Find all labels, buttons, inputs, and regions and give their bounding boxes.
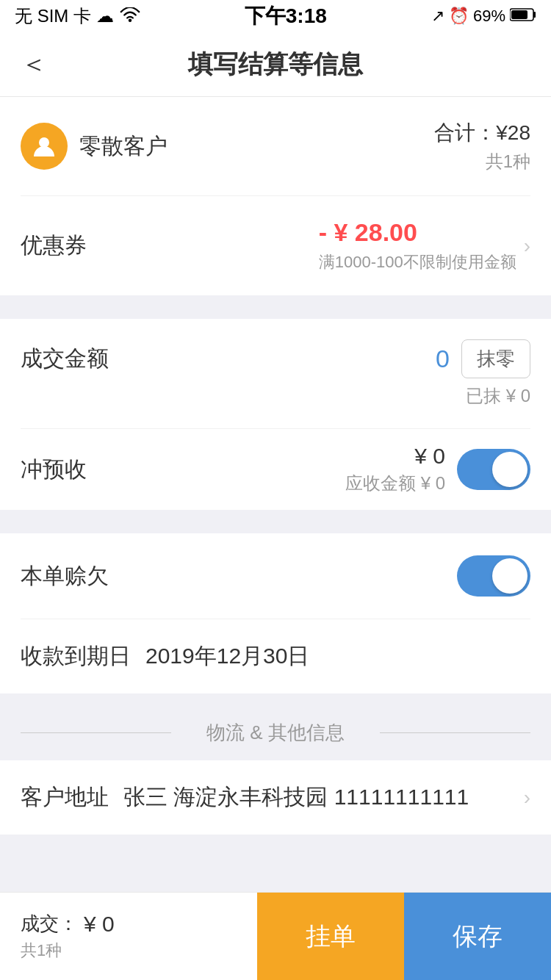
page-title: 填写结算等信息 bbox=[188, 48, 363, 82]
deal-amount-row: 成交金额 0 抹零 bbox=[0, 319, 551, 378]
footer-info: 成交： ¥ 0 共1种 bbox=[0, 893, 257, 980]
coupon-row[interactable]: 优惠券 - ¥ 28.00 满1000-100不限制使用金额 › bbox=[0, 196, 551, 295]
customer-total-area: 合计：¥28 共1种 bbox=[434, 119, 530, 173]
header-line-right bbox=[380, 732, 530, 733]
coupon-label: 优惠券 bbox=[21, 231, 87, 261]
customer-count: 共1种 bbox=[434, 150, 530, 173]
deal-amount-value: 0 bbox=[436, 345, 450, 373]
svg-point-3 bbox=[39, 137, 49, 148]
address-value: 张三 海淀永丰科技园 11111111111 bbox=[123, 782, 469, 813]
debt-label: 本单赊欠 bbox=[21, 561, 109, 591]
status-left: 无 SIM 卡 ☁ bbox=[15, 4, 140, 28]
address-chevron-icon: › bbox=[524, 786, 530, 810]
save-button[interactable]: 保存 bbox=[404, 893, 551, 980]
back-button[interactable]: ＜ bbox=[21, 46, 47, 82]
address-row[interactable]: 客户地址 张三 海淀永丰科技园 11111111111 › bbox=[0, 760, 551, 835]
customer-avatar bbox=[21, 123, 68, 170]
coupon-right: - ¥ 28.00 满1000-100不限制使用金额 › bbox=[319, 218, 530, 273]
customer-card: 零散客户 合计：¥28 共1种 优惠券 - ¥ 28.00 满1000-100不… bbox=[0, 97, 551, 295]
svg-rect-1 bbox=[533, 12, 536, 18]
svg-rect-2 bbox=[511, 10, 527, 19]
prepay-amounts: ¥ 0 应收金额 ¥ 0 bbox=[345, 444, 445, 495]
alarm-icon: ⏰ bbox=[449, 7, 469, 26]
footer-deal-amount: ¥ 0 bbox=[84, 912, 115, 937]
footer-count: 共1种 bbox=[21, 940, 237, 962]
deal-card: 成交金额 0 抹零 已抹 ¥ 0 冲预收 ¥ 0 应收金额 ¥ 0 bbox=[0, 319, 551, 510]
section-separator-1 bbox=[0, 307, 551, 319]
chevron-right-icon: › bbox=[524, 234, 530, 258]
logistics-label: 物流 & 其他信息 bbox=[206, 720, 345, 746]
footer-deal-label: 成交： bbox=[21, 911, 78, 937]
coupon-desc: 满1000-100不限制使用金额 bbox=[319, 251, 516, 273]
prepay-amount-value: ¥ 0 bbox=[345, 444, 445, 469]
deal-right: 0 抹零 bbox=[436, 339, 530, 378]
section-separator-2 bbox=[0, 522, 551, 533]
due-date-value: 2019年12月30日 bbox=[145, 641, 309, 671]
prepay-desc: 应收金额 ¥ 0 bbox=[345, 472, 445, 495]
address-card: 客户地址 张三 海淀永丰科技园 11111111111 › bbox=[0, 760, 551, 835]
round-zero-button[interactable]: 抹零 bbox=[461, 339, 530, 378]
prepayment-row: 冲预收 ¥ 0 应收金额 ¥ 0 bbox=[0, 429, 551, 510]
due-date-row: 收款到期日 2019年12月30日 bbox=[0, 619, 551, 693]
footer-deal-row: 成交： ¥ 0 bbox=[21, 911, 237, 937]
customer-row: 零散客户 合计：¥28 共1种 bbox=[0, 97, 551, 195]
wifi-icon bbox=[120, 6, 140, 26]
prepayment-toggle[interactable] bbox=[457, 449, 530, 490]
debt-toggle-knob bbox=[492, 558, 527, 594]
coupon-amount: - ¥ 28.00 bbox=[319, 218, 516, 247]
footer: 成交： ¥ 0 共1种 挂单 保存 bbox=[0, 892, 551, 980]
address-label: 客户地址 bbox=[21, 782, 109, 813]
deal-sub-text: 已抹 ¥ 0 bbox=[0, 378, 551, 428]
hang-order-button[interactable]: 挂单 bbox=[257, 893, 404, 980]
deal-label: 成交金额 bbox=[21, 344, 109, 374]
customer-total: 合计：¥28 bbox=[434, 119, 530, 147]
toggle-knob bbox=[492, 452, 527, 487]
nav-bar: ＜ 填写结算等信息 bbox=[0, 32, 551, 97]
customer-name: 零散客户 bbox=[79, 131, 168, 162]
debt-row: 本单赊欠 bbox=[0, 533, 551, 619]
address-content: 客户地址 张三 海淀永丰科技园 11111111111 bbox=[21, 782, 469, 813]
prepay-right: ¥ 0 应收金额 ¥ 0 bbox=[345, 444, 530, 495]
customer-info: 零散客户 bbox=[21, 123, 168, 170]
prepay-label: 冲预收 bbox=[21, 455, 87, 485]
location-icon: ↗ bbox=[431, 7, 444, 26]
due-date-label: 收款到期日 bbox=[21, 641, 131, 671]
debt-toggle[interactable] bbox=[457, 555, 530, 597]
logistics-section-header: 物流 & 其他信息 bbox=[0, 705, 551, 760]
header-line-left bbox=[21, 732, 171, 733]
battery-percent: 69% bbox=[473, 7, 505, 26]
no-sim-text: 无 SIM 卡 ☁ bbox=[15, 4, 114, 28]
debt-card: 本单赊欠 收款到期日 2019年12月30日 bbox=[0, 533, 551, 693]
status-right: ↗ ⏰ 69% bbox=[431, 7, 536, 26]
battery-icon bbox=[510, 7, 536, 26]
status-time: 下午3:18 bbox=[245, 2, 327, 30]
status-bar: 无 SIM 卡 ☁ 下午3:18 ↗ ⏰ 69% bbox=[0, 0, 551, 32]
